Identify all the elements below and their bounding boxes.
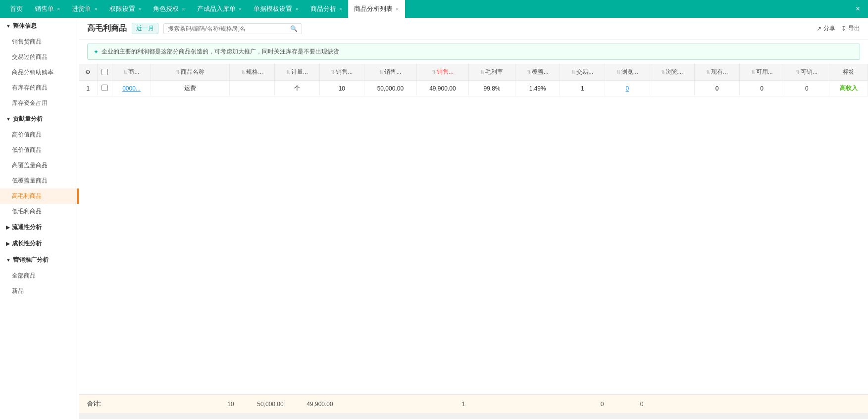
nav-item-product-inbound[interactable]: 产成品入库单 × — [191, 0, 248, 18]
col-sales2: ⇅销售... — [364, 64, 416, 81]
settings-icon[interactable]: ⚙ — [85, 69, 91, 76]
col-transaction: ⇅交易... — [560, 64, 605, 81]
group-arrow-liquidity: ▶ — [6, 225, 10, 230]
data-table: ⚙ ⇅商... ⇅商品名称 ⇅规格... ⇅计量... ⇅销售... ⇅销售..… — [79, 64, 868, 96]
cell-sales3: 49,900.00 — [416, 81, 468, 96]
sidebar-item-all-goods[interactable]: 全部商品 — [0, 268, 79, 283]
sidebar-group-marketing[interactable]: ▼ 营销推广分析 — [0, 252, 79, 268]
main-layout: « ▼ 整体信息 销售货商品 交易过的商品 商品分销助购率 有库存的商品 库存资… — [0, 18, 868, 419]
nav-item-permissions[interactable]: 权限设置 × — [103, 0, 147, 18]
cell-tag: 高收入 — [829, 81, 868, 96]
group-arrow-growth: ▶ — [6, 241, 10, 246]
search-icon[interactable]: 🔍 — [290, 25, 298, 32]
sidebar-group-growth[interactable]: ▶ 成长性分析 — [0, 235, 79, 252]
close-purchase-tab[interactable]: × — [94, 6, 97, 12]
sidebar-item-inventory-capital[interactable]: 库存资金占用 — [0, 95, 79, 111]
close-analysis-list-tab[interactable]: × — [396, 6, 399, 12]
sidebar-group-overall[interactable]: ▼ 整体信息 — [0, 18, 79, 34]
cell-checkbox — [97, 81, 112, 96]
filter-recent-month-button[interactable]: 近一月 — [132, 23, 158, 34]
col-sales3: ⇅销售... — [416, 64, 468, 81]
table-header-row: ⚙ ⇅商... ⇅商品名称 ⇅规格... ⇅计量... ⇅销售... ⇅销售..… — [79, 64, 868, 81]
sidebar-group-liquidity[interactable]: ▶ 流通性分析 — [0, 219, 79, 235]
info-banner: ✦ 企业的主要的利润都是这部分商品创造的，可考虑加大推广，同时关注库存是不要出现… — [87, 44, 860, 60]
col-current: ⇅现有... — [695, 64, 740, 81]
export-button[interactable]: ↧ 导出 — [841, 24, 860, 33]
group-arrow-contribution: ▼ — [6, 116, 11, 122]
sidebar-item-high-value[interactable]: 高价值商品 — [0, 127, 79, 142]
col-code: ⇅商... — [112, 64, 151, 81]
col-sellable: ⇅可销... — [784, 64, 829, 81]
cell-sales1: 10 — [319, 81, 364, 96]
footer-total: 合计: 10 50,000.00 49,900.00 1 0 0 — [79, 394, 868, 413]
content-header: 高毛利商品 近一月 🔍 ↗ 分享 ↧ 导出 — [79, 18, 868, 40]
col-tag: 标签 — [829, 64, 868, 81]
col-sales1: ⇅销售... — [319, 64, 364, 81]
nav-item-template[interactable]: 单据模板设置 × — [248, 0, 304, 18]
group-arrow-marketing: ▼ — [6, 257, 11, 263]
nav-item-roles[interactable]: 角色授权 × — [147, 0, 191, 18]
sidebar-group-contribution[interactable]: ▼ 贡献量分析 — [0, 111, 79, 127]
sidebar-item-new-goods[interactable]: 新品 — [0, 283, 79, 299]
close-all-tabs[interactable]: × — [852, 4, 864, 13]
nav-item-analysis[interactable]: 商品分析 × — [305, 0, 348, 18]
close-sales-tab[interactable]: × — [57, 6, 60, 12]
cell-code[interactable]: 0000... — [112, 81, 151, 96]
nav-item-analysis-list[interactable]: 商品分析列表 × — [348, 0, 405, 18]
sidebar-item-traded-goods[interactable]: 交易过的商品 — [0, 49, 79, 65]
cell-sellable: 0 — [784, 81, 829, 96]
page-title: 高毛利商品 — [87, 23, 127, 34]
content-area: 高毛利商品 近一月 🔍 ↗ 分享 ↧ 导出 ✦ 企业的主要的利润都是这部分商品创… — [79, 18, 868, 419]
col-unit: ⇅计量... — [274, 64, 319, 81]
footer-cell-sales3-val: 49,900.00 — [295, 401, 345, 408]
nav-item-home[interactable]: 首页 — [4, 0, 29, 18]
top-navigation: 首页 销售单 × 进货单 × 权限设置 × 角色授权 × 产成品入库单 × 单据… — [0, 0, 868, 18]
cell-available: 0 — [739, 81, 784, 96]
select-all-checkbox[interactable] — [102, 69, 108, 75]
close-product-inbound-tab[interactable]: × — [239, 6, 242, 12]
close-roles-tab[interactable]: × — [182, 6, 185, 12]
sidebar-item-low-margin[interactable]: 低毛利商品 — [0, 204, 79, 219]
share-button[interactable]: ↗ 分享 — [817, 24, 835, 33]
sidebar-item-low-value[interactable]: 低价值商品 — [0, 142, 79, 158]
share-icon: ↗ — [817, 25, 821, 32]
nav-item-sales[interactable]: 销售单 × — [29, 0, 66, 18]
table-row: 1 0000... 运费 个 10 50,000.00 49,900.00 99… — [79, 81, 868, 96]
close-permissions-tab[interactable]: × — [138, 6, 141, 12]
cell-transaction: 1 — [560, 81, 605, 96]
close-template-tab[interactable]: × — [295, 6, 298, 12]
footer-cell-empty3 — [533, 401, 582, 408]
col-browse1: ⇅浏览... — [605, 64, 650, 81]
sidebar-item-low-coverage[interactable]: 低覆盖量商品 — [0, 173, 79, 188]
export-icon: ↧ — [841, 25, 846, 32]
row-checkbox[interactable] — [102, 85, 108, 91]
sidebar-item-high-coverage[interactable]: 高覆盖量商品 — [0, 158, 79, 173]
cell-browse2 — [650, 81, 695, 96]
cell-current: 0 — [695, 81, 740, 96]
search-input[interactable] — [168, 25, 290, 32]
cell-spec — [230, 81, 275, 96]
footer-cell-available-val: 0 — [622, 401, 662, 408]
sidebar-collapse-button[interactable]: « — [79, 209, 79, 229]
sidebar-item-high-margin[interactable]: 高毛利商品 — [0, 188, 79, 204]
close-analysis-tab[interactable]: × — [339, 6, 342, 12]
footer-cell-sales2-val: 50,000.00 — [246, 401, 295, 408]
cell-index: 1 — [79, 81, 97, 96]
col-gross-rate: ⇅毛利率 — [469, 64, 515, 81]
sidebar-item-distribution-rate[interactable]: 商品分销助购率 — [0, 65, 79, 80]
table-container[interactable]: ⚙ ⇅商... ⇅商品名称 ⇅规格... ⇅计量... ⇅销售... ⇅销售..… — [79, 64, 868, 394]
sidebar-item-sales-goods[interactable]: 销售货商品 — [0, 34, 79, 49]
sidebar-item-in-stock[interactable]: 有库存的商品 — [0, 80, 79, 95]
nav-item-purchase[interactable]: 进货单 × — [66, 0, 103, 18]
sidebar: « ▼ 整体信息 销售货商品 交易过的商品 商品分销助购率 有库存的商品 库存资… — [0, 18, 79, 419]
cell-browse1[interactable]: 0 — [605, 81, 650, 96]
footer-cell-sales1 — [117, 401, 216, 408]
footer-cells: 10 50,000.00 49,900.00 1 0 0 — [117, 401, 860, 408]
horizontal-scrollbar[interactable] — [79, 413, 868, 419]
footer-cell-sales1-val: 10 — [216, 401, 246, 408]
col-available: ⇅可用... — [739, 64, 784, 81]
cell-sales2: 50,000.00 — [364, 81, 416, 96]
col-browse2: ⇅浏览... — [650, 64, 695, 81]
col-coverage: ⇅覆盖... — [515, 64, 560, 81]
cell-gross-rate: 99.8% — [469, 81, 515, 96]
